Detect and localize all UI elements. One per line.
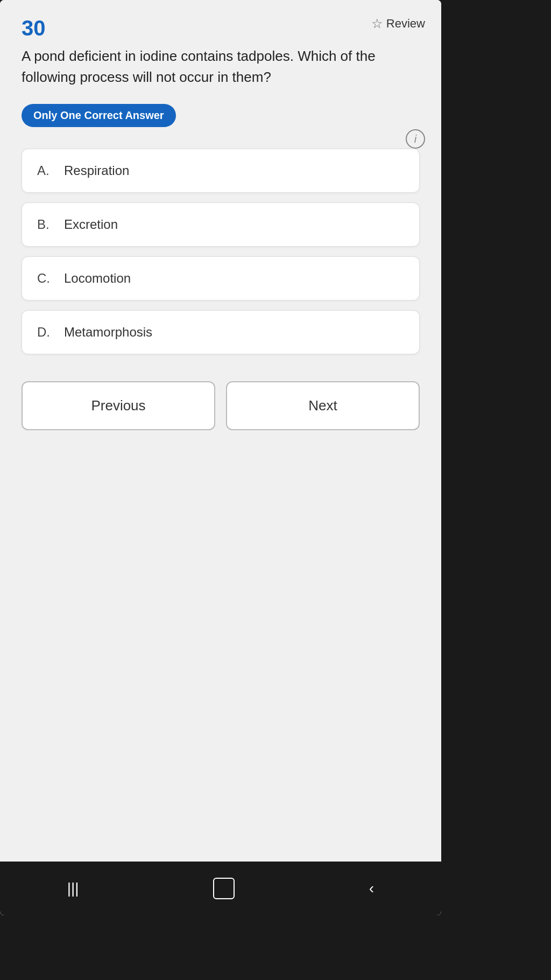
- phone-screen: 30 ☆ Review A pond deficient in iodine c…: [0, 0, 441, 915]
- question-number: 30: [22, 16, 420, 40]
- option-c-label: C.: [37, 271, 53, 286]
- info-icon[interactable]: i: [406, 129, 425, 149]
- option-b-label: B.: [37, 217, 53, 232]
- previous-button[interactable]: Previous: [22, 381, 215, 430]
- option-d-text: Metamorphosis: [64, 325, 152, 340]
- option-c[interactable]: C. Locomotion: [22, 256, 420, 300]
- review-label: Review: [386, 17, 425, 31]
- nav-buttons: Previous Next: [22, 381, 420, 430]
- option-a[interactable]: A. Respiration: [22, 149, 420, 193]
- next-button[interactable]: Next: [226, 381, 420, 430]
- review-button[interactable]: ☆ Review: [371, 16, 425, 31]
- option-b-text: Excretion: [64, 217, 118, 232]
- star-icon: ☆: [371, 16, 383, 31]
- bottom-nav: ||| ‹: [0, 862, 441, 915]
- menu-icon[interactable]: |||: [67, 880, 79, 897]
- back-icon[interactable]: ‹: [369, 880, 374, 897]
- option-a-label: A.: [37, 163, 53, 178]
- answer-type-badge: Only One Correct Answer: [22, 104, 176, 127]
- option-d-label: D.: [37, 325, 53, 340]
- content-area: 30 ☆ Review A pond deficient in iodine c…: [0, 0, 441, 915]
- options-container: A. Respiration B. Excretion C. Locomotio…: [22, 149, 420, 354]
- option-a-text: Respiration: [64, 163, 129, 178]
- option-c-text: Locomotion: [64, 271, 131, 286]
- question-text: A pond deficient in iodine contains tadp…: [22, 46, 420, 88]
- option-d[interactable]: D. Metamorphosis: [22, 310, 420, 354]
- option-b[interactable]: B. Excretion: [22, 202, 420, 247]
- info-symbol: i: [414, 133, 416, 145]
- home-icon[interactable]: [213, 878, 235, 899]
